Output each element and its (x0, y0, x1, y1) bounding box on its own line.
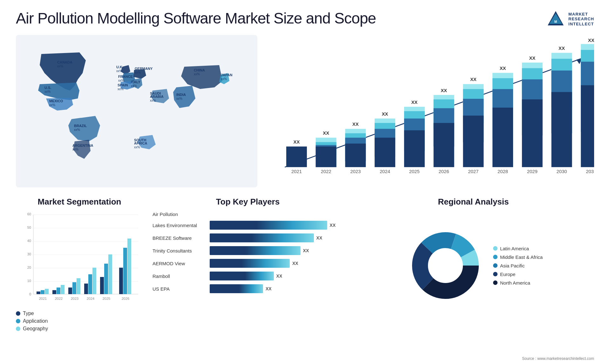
svg-text:XX: XX (411, 100, 417, 105)
player-row-usepa: US EPA XX (152, 284, 343, 293)
segment-container: Market Segmentation 0 10 20 30 40 50 60 (16, 197, 143, 330)
svg-text:2022: 2022 (55, 297, 63, 300)
svg-rect-101 (41, 290, 44, 294)
svg-rect-112 (100, 277, 104, 294)
svg-text:2030: 2030 (557, 169, 567, 174)
player-bar-aermod (210, 259, 290, 268)
svg-rect-40 (404, 130, 425, 167)
svg-rect-102 (45, 289, 49, 294)
svg-text:XX: XX (294, 139, 300, 145)
player-bar-usepa (210, 284, 263, 293)
svg-rect-109 (84, 284, 88, 294)
reg-legend-northamerica: North America (493, 280, 543, 286)
bar-chart-container: 2021 XX 2022 XX 2023 XX (264, 35, 594, 187)
reg-legend-asiapacific: Asia Pacific (493, 263, 543, 268)
legend-geography: Geography (16, 326, 143, 332)
player-row-airpollution: Air Pollution (152, 212, 343, 217)
svg-text:XX: XX (441, 88, 447, 93)
svg-rect-114 (108, 254, 112, 294)
svg-rect-116 (123, 248, 127, 294)
svg-text:xx%: xx% (44, 90, 51, 93)
svg-text:xx%: xx% (131, 84, 137, 88)
donut-center (428, 248, 463, 283)
svg-text:2031: 2031 (586, 169, 594, 174)
svg-text:XX: XX (323, 131, 329, 136)
player-bar-breeze (210, 233, 314, 242)
svg-text:40: 40 (27, 239, 31, 243)
italy-label: ITALY (131, 80, 141, 84)
svg-rect-76 (581, 85, 594, 167)
saudi-label2: ARABIA (150, 95, 164, 98)
reg-dot-mea (493, 255, 498, 259)
svg-text:xx%: xx% (135, 71, 141, 74)
svg-text:2021: 2021 (39, 297, 47, 300)
svg-text:0: 0 (29, 292, 31, 296)
world-map-svg: CANADA xx% U.S. xx% MEXICO xx% BRAZIL xx… (16, 35, 257, 187)
page: Air Pollution Modelling Software Market … (0, 0, 610, 364)
svg-text:M: M (554, 20, 557, 24)
svg-text:2024: 2024 (380, 169, 390, 174)
svg-text:2025: 2025 (103, 297, 110, 300)
legend-dot-type (16, 311, 20, 316)
germany-label: GERMANY (135, 67, 153, 71)
seg-legend: Type Application Geography (16, 311, 143, 332)
svg-rect-110 (88, 274, 92, 294)
svg-text:2022: 2022 (321, 169, 331, 174)
legend-dot-application (16, 319, 20, 323)
uk-label: U.K. (116, 65, 123, 69)
player-bar-lakes (210, 221, 327, 230)
svg-text:2023: 2023 (71, 297, 78, 300)
svg-text:2025: 2025 (409, 169, 420, 174)
svg-rect-115 (119, 268, 123, 294)
svg-text:xx%: xx% (118, 87, 124, 91)
spain-label: SPAIN (118, 83, 128, 87)
argentina-label: ARGENTINA (72, 144, 93, 147)
players-list: Air Pollution Lakes Environmental XX BRE… (152, 212, 343, 293)
page-title: Air Pollution Modelling Software Market … (16, 10, 376, 27)
svg-text:xx%: xx% (194, 72, 200, 76)
svg-text:xx%: xx% (72, 148, 78, 151)
svg-rect-111 (92, 268, 96, 294)
donut-chart (404, 224, 487, 307)
svg-text:XX: XX (382, 111, 388, 117)
top-section: CANADA xx% U.S. xx% MEXICO xx% BRAZIL xx… (16, 35, 594, 187)
regional-container: Regional Analysis (353, 197, 594, 330)
logo-text: MARKET RESEARCH INTELLECT (568, 12, 594, 27)
brazil-label: BRAZIL (74, 124, 87, 128)
svg-text:xx%: xx% (221, 77, 227, 81)
bar-2021-layer1 (286, 146, 307, 167)
svg-text:xx%: xx% (116, 69, 122, 73)
svg-rect-100 (37, 292, 40, 294)
svg-rect-104 (57, 287, 60, 294)
svg-text:50: 50 (27, 226, 31, 229)
svg-rect-113 (104, 264, 108, 294)
france-label: FRANCE (118, 75, 133, 78)
svg-rect-52 (463, 116, 484, 167)
player-name-airpollution: Air Pollution (152, 212, 207, 217)
svg-text:xx%: xx% (74, 128, 80, 131)
svg-text:60: 60 (27, 212, 31, 216)
svg-rect-108 (77, 278, 80, 294)
reg-dot-northamerica (493, 280, 498, 285)
player-name-breeze: BREEZE Software (152, 235, 207, 241)
reg-dot-europe (493, 272, 498, 276)
reg-legend-europe: Europe (493, 272, 543, 277)
bar-2022-layer1 (316, 146, 336, 167)
svg-text:2021: 2021 (291, 169, 302, 174)
legend-type: Type (16, 311, 143, 316)
china-label: CHINA (194, 68, 205, 72)
svg-text:2024: 2024 (87, 297, 94, 300)
logo: M MARKET RESEARCH INTELLECT (546, 10, 594, 29)
svg-text:2027: 2027 (468, 169, 478, 174)
svg-rect-70 (552, 92, 572, 167)
svg-text:2026: 2026 (122, 297, 129, 300)
svg-rect-64 (522, 99, 543, 167)
sa-label2: AFRICA (134, 141, 147, 145)
svg-text:xx%: xx% (134, 145, 140, 149)
source-text: Source : www.marketresearchintellect.com (522, 356, 594, 361)
svg-text:XX: XX (352, 122, 359, 127)
regional-title: Regional Analysis (353, 197, 594, 207)
player-bar-ramboll (210, 272, 274, 280)
svg-text:xx%: xx% (49, 103, 55, 107)
svg-rect-28 (345, 144, 366, 167)
